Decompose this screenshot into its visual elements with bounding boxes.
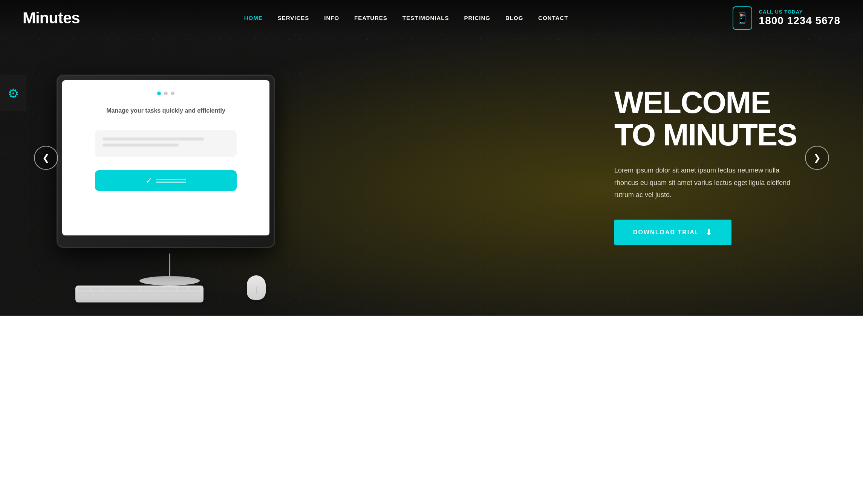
screen-dots bbox=[157, 92, 174, 95]
screen-cta-button: ✓ bbox=[95, 170, 237, 191]
key-row-1 bbox=[78, 287, 200, 290]
screen-title: Manage your tasks quickly and efficientl… bbox=[106, 107, 225, 115]
key bbox=[109, 292, 124, 295]
key bbox=[177, 287, 188, 290]
nav-link-blog[interactable]: BLOG bbox=[505, 15, 523, 21]
phone-icon-container: 📱 bbox=[733, 6, 752, 30]
monitor-screen: Manage your tasks quickly and efficientl… bbox=[62, 80, 269, 235]
button-lines bbox=[156, 179, 186, 183]
mouse-scroll-line bbox=[256, 287, 257, 294]
key-row-3 bbox=[78, 296, 200, 299]
key bbox=[91, 287, 103, 290]
key bbox=[140, 292, 155, 295]
gear-icon: ⚙ bbox=[8, 86, 19, 101]
phone-icon: 📱 bbox=[736, 12, 749, 24]
key bbox=[186, 292, 200, 295]
nav-item-features[interactable]: FEATURES bbox=[354, 15, 387, 21]
chevron-left-icon: ❮ bbox=[42, 153, 50, 163]
hero-title-line1: WELCOME bbox=[614, 85, 770, 119]
key bbox=[152, 287, 164, 290]
phone-cta: 📱 CALL US TODAY 1800 1234 5678 bbox=[733, 6, 840, 30]
mouse bbox=[247, 275, 266, 300]
btn-line-2 bbox=[156, 182, 186, 183]
carousel-prev-button[interactable]: ❮ bbox=[34, 146, 58, 170]
screen-bar-2 bbox=[103, 144, 179, 147]
nav-link-features[interactable]: FEATURES bbox=[354, 15, 387, 21]
nav-item-home[interactable]: HOME bbox=[244, 15, 263, 21]
key bbox=[78, 296, 115, 299]
download-arrow-icon: ⬇ bbox=[705, 228, 713, 237]
nav-link-pricing[interactable]: PRICING bbox=[464, 15, 491, 21]
nav-link-info[interactable]: INFO bbox=[324, 15, 339, 21]
hero-description: Lorem ipsum dolor sit amet ipsum lectus … bbox=[614, 164, 803, 201]
nav-link-contact[interactable]: CONTACT bbox=[538, 15, 568, 21]
monitor-illustration: Manage your tasks quickly and efficientl… bbox=[38, 60, 301, 316]
key bbox=[115, 287, 127, 290]
nav-menu: HOME SERVICES INFO FEATURES TESTIMONIALS… bbox=[244, 15, 568, 21]
key bbox=[103, 287, 115, 290]
screen-dot-1 bbox=[157, 92, 161, 95]
gear-panel[interactable]: ⚙ bbox=[0, 75, 26, 111]
nav-item-blog[interactable]: BLOG bbox=[505, 15, 523, 21]
carousel-next-button[interactable]: ❯ bbox=[805, 146, 829, 170]
nav-item-testimonials[interactable]: TESTIMONIALS bbox=[402, 15, 449, 21]
screen-card bbox=[95, 130, 237, 157]
key bbox=[127, 287, 139, 290]
nav-item-services[interactable]: SERVICES bbox=[278, 15, 309, 21]
key bbox=[78, 287, 90, 290]
key bbox=[124, 292, 139, 295]
keyboard-rows bbox=[75, 286, 204, 301]
download-trial-button[interactable]: DOWNLOAD TRIAL ⬇ bbox=[614, 220, 731, 245]
hero-section: Minutes HOME SERVICES INFO FEATURES TEST… bbox=[0, 0, 863, 316]
screen-dot-2 bbox=[164, 92, 168, 95]
hero-content: WELCOME TO MINUTES Lorem ipsum dolor sit… bbox=[614, 86, 803, 245]
brand-logo[interactable]: Minutes bbox=[23, 9, 80, 27]
key bbox=[164, 296, 200, 299]
nav-item-info[interactable]: INFO bbox=[324, 15, 339, 21]
key bbox=[189, 287, 200, 290]
key bbox=[94, 292, 109, 295]
key bbox=[140, 287, 151, 290]
key-row-2 bbox=[78, 292, 200, 295]
key bbox=[115, 296, 164, 299]
btn-line-1 bbox=[156, 179, 186, 180]
monitor-body: Manage your tasks quickly and efficientl… bbox=[57, 75, 275, 248]
phone-number: 1800 1234 5678 bbox=[759, 15, 840, 27]
nav-item-contact[interactable]: CONTACT bbox=[538, 15, 568, 21]
key bbox=[155, 292, 170, 295]
key bbox=[164, 287, 176, 290]
key bbox=[171, 292, 185, 295]
screen-bar-1 bbox=[103, 137, 204, 141]
screen-dot-3 bbox=[171, 92, 174, 95]
download-trial-label: DOWNLOAD TRIAL bbox=[633, 229, 699, 236]
nav-link-services[interactable]: SERVICES bbox=[278, 15, 309, 21]
monitor-base bbox=[139, 276, 200, 286]
call-label: CALL US TODAY bbox=[759, 9, 840, 15]
hero-title-line2: TO MINUTES bbox=[614, 118, 797, 152]
navbar: Minutes HOME SERVICES INFO FEATURES TEST… bbox=[0, 0, 863, 36]
nav-item-pricing[interactable]: PRICING bbox=[464, 15, 491, 21]
checkmark-icon: ✓ bbox=[145, 176, 152, 186]
key bbox=[78, 292, 93, 295]
monitor-stand bbox=[169, 254, 170, 276]
keyboard bbox=[75, 286, 204, 302]
nav-link-home[interactable]: HOME bbox=[244, 15, 263, 21]
chevron-right-icon: ❯ bbox=[813, 153, 821, 163]
hero-title: WELCOME TO MINUTES bbox=[614, 86, 803, 151]
nav-link-testimonials[interactable]: TESTIMONIALS bbox=[402, 15, 449, 21]
phone-text-block: CALL US TODAY 1800 1234 5678 bbox=[759, 9, 840, 27]
